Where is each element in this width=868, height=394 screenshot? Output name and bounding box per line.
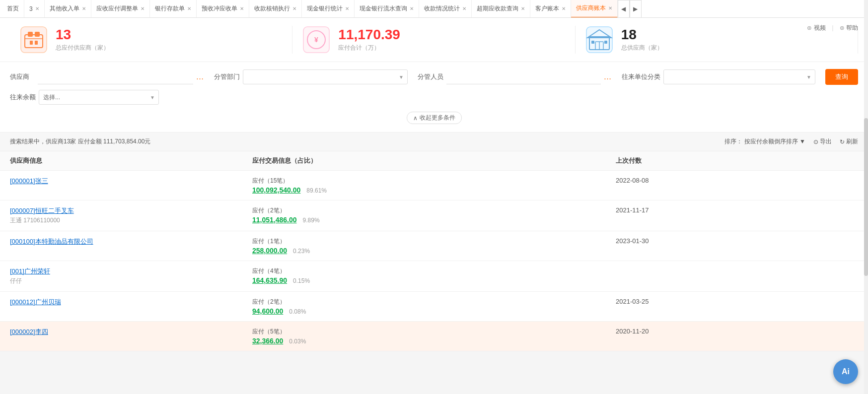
results-actions: 排序： 按应付余额倒序排序 ▼ ⊙ 导出 ↻ 刷新 (724, 137, 858, 146)
trans-amount-4[interactable]: 164,635.90 (252, 276, 287, 284)
trans-row-2: 11,051,486.00 9.89% (252, 215, 616, 224)
filter-row-1: 供应商 … 分管部门 ▼ 分管人员 … 往来单位分类 ▼ 查询 (10, 69, 858, 85)
nav-tab-customer-account-close[interactable]: ✕ (562, 6, 566, 11)
svg-rect-16 (604, 41, 607, 44)
trans-amount-2[interactable]: 11,051,486.00 (252, 216, 297, 224)
nav-tab-supplier-account-close[interactable]: ✕ (608, 5, 612, 11)
trans-label-1: 应付（15笔） (252, 177, 616, 185)
nav-next-arrow[interactable]: ▶ (630, 0, 642, 18)
unit-category-select[interactable] (663, 69, 816, 84)
supplier-input[interactable] (38, 69, 193, 84)
nav-tab-home[interactable]: 首页 (2, 0, 24, 18)
supplier-info-cell-3: [000100]本特勤油品有限公司 (10, 237, 252, 246)
collapse-up-icon: ∧ (413, 115, 418, 122)
table-header: 供应商信息 应付交易信息（占比） 上次付数 (0, 151, 868, 171)
stat-payable-suppliers: 13 总应付供应商（家） (10, 26, 292, 54)
nav-tab-collect-stat-close[interactable]: ✕ (462, 6, 466, 11)
nav-tab-advance-collect[interactable]: 预收冲应收单 ✕ (197, 0, 249, 18)
nav-tab-supplier-account[interactable]: 供应商账本 ✕ (571, 0, 618, 18)
last-pay-date-3: 2023-01-30 (616, 237, 649, 245)
dept-select-wrapper: ▼ (243, 69, 408, 84)
filter-unit-category-label: 往来单位分类 (622, 72, 660, 81)
last-pay-date-1: 2022-08-08 (616, 177, 649, 184)
trans-label-4: 应付（4笔） (252, 267, 616, 275)
unit-category-select-wrapper: ▼ (663, 69, 816, 84)
collapse-button[interactable]: ∧ 收起更多条件 (407, 112, 462, 124)
nav-tab-other-income-close[interactable]: ✕ (82, 6, 86, 11)
nav-tab-cash-bank-flow-close[interactable]: ✕ (410, 6, 414, 11)
nav-tab-collect-verify[interactable]: 收款核销执行 ✕ (249, 0, 302, 18)
trans-row-6: 32,366.00 0.03% (252, 336, 616, 345)
filter-dept: 分管部门 ▼ (214, 69, 408, 84)
nav-tab-ap-adjust[interactable]: 应收应付调整单 ✕ (91, 0, 150, 18)
supplier-link-guangzhourongxuan[interactable]: [001]广州荣轩 (10, 267, 252, 276)
trans-amount-6[interactable]: 32,366.00 (252, 337, 283, 345)
top-navigation: 首页 3 ✕ 其他收入单 ✕ 应收应付调整单 ✕ 银行存款单 ✕ 预收冲应收单 … (0, 0, 868, 18)
trans-percent-6: 0.03% (289, 338, 306, 345)
trans-row-4: 164,635.90 0.15% (252, 275, 616, 284)
nav-tab-overdue-collect-close[interactable]: ✕ (521, 6, 525, 11)
filter-person: 分管人员 … (418, 69, 612, 84)
export-button[interactable]: ⊙ 导出 (813, 137, 832, 146)
nav-tab-overdue-collect-label: 超期应收款查询 (477, 4, 518, 13)
supplier-link-guangzhoubeirui[interactable]: [000012]广州贝瑞 (10, 298, 252, 307)
nav-tab-3[interactable]: 3 ✕ (24, 0, 45, 18)
refresh-icon: ↻ (840, 138, 845, 145)
nav-tab-cash-bank-stat[interactable]: 现金银行统计 ✕ (302, 0, 355, 18)
filter-row-2: 往来余额 选择... ▼ (10, 90, 858, 105)
search-button[interactable]: 查询 (825, 69, 858, 85)
supplier-info-cell-5: [000012]广州贝瑞 (10, 298, 252, 307)
supplier-link-hengwang[interactable]: [000007]恒旺二手叉车 (10, 206, 252, 215)
nav-tab-advance-collect-close[interactable]: ✕ (240, 6, 244, 11)
video-link[interactable]: ⊙ 视频 (807, 24, 825, 32)
stat-total-suppliers-label: 总供应商（家） (621, 44, 663, 52)
nav-tab-customer-account[interactable]: 客户账本 ✕ (530, 0, 571, 18)
filter-area: 供应商 … 分管部门 ▼ 分管人员 … 往来单位分类 ▼ 查询 (0, 62, 868, 132)
supplier-info-cell-6: [000002]李四 (10, 328, 252, 336)
transaction-cell-6: 应付（5笔） 32,366.00 0.03% (252, 328, 616, 345)
lastpay-cell-1: 2022-08-08 (616, 177, 858, 184)
trans-label-2: 应付（2笔） (252, 206, 616, 215)
nav-tab-other-income[interactable]: 其他收入单 ✕ (45, 0, 91, 18)
dept-select[interactable] (243, 69, 408, 84)
nav-tab-cash-bank-flow-label: 现金银行流水查询 (360, 4, 407, 13)
header-actions: ⊙ 视频 ｜ ⊙ 帮助 (807, 24, 858, 32)
payable-total-icon: ¥ (302, 26, 330, 54)
trans-row-3: 258,000.00 0.23% (252, 246, 616, 255)
transaction-cell: 应付（15笔） 100,092,540.00 89.61% (252, 177, 616, 194)
balance-select[interactable]: 选择... (39, 90, 159, 105)
nav-tab-bank-deposit[interactable]: 银行存款单 ✕ (150, 0, 197, 18)
trans-amount-5[interactable]: 94,600.00 (252, 307, 283, 315)
supplier-link-bente[interactable]: [000100]本特勤油品有限公司 (10, 237, 252, 246)
nav-tab-ap-adjust-label: 应收应付调整单 (96, 4, 138, 13)
nav-tab-cash-bank-flow[interactable]: 现金银行流水查询 ✕ (355, 0, 419, 18)
table-row: [000001]张三 应付（15笔） 100,092,540.00 89.61%… (0, 171, 868, 200)
supplier-icon-svg (20, 26, 48, 54)
table-row: [000007]恒旺二手叉车 王通 17106110000 应付（2笔） 11,… (0, 200, 868, 231)
sort-option[interactable]: 按应付余额倒序排序 ▼ (744, 138, 805, 145)
trans-amount-3[interactable]: 258,000.00 (252, 247, 287, 255)
nav-tab-bank-deposit-close[interactable]: ✕ (187, 6, 191, 11)
supplier-dots-button[interactable]: … (196, 72, 204, 81)
help-link[interactable]: ⊙ 帮助 (840, 24, 858, 32)
nav-tab-other-income-label: 其他收入单 (50, 4, 79, 13)
supplier-link-zhangsan[interactable]: [000001]张三 (10, 177, 252, 186)
nav-tab-collect-verify-close[interactable]: ✕ (292, 6, 296, 11)
scrollbar-track[interactable] (864, 0, 868, 351)
nav-tab-overdue-collect[interactable]: 超期应收款查询 ✕ (472, 0, 530, 18)
nav-tab-collect-stat[interactable]: 收款情况统计 ✕ (419, 0, 472, 18)
scrollbar-thumb[interactable] (864, 118, 868, 276)
nav-tab-ap-adjust-close[interactable]: ✕ (141, 6, 145, 11)
nav-tab-cash-bank-stat-close[interactable]: ✕ (345, 6, 349, 11)
person-input[interactable] (446, 69, 601, 84)
supplier-info-cell-2: [000007]恒旺二手叉车 王通 17106110000 (10, 206, 252, 225)
refresh-button[interactable]: ↻ 刷新 (840, 137, 858, 146)
video-link-label: 视频 (814, 24, 826, 31)
person-dots-button[interactable]: … (604, 72, 612, 81)
nav-prev-arrow[interactable]: ◀ (618, 0, 630, 18)
trans-amount-1[interactable]: 100,092,540.00 (252, 186, 300, 194)
nav-tab-3-close[interactable]: ✕ (35, 6, 39, 11)
nav-tab-3-label: 3 (29, 5, 33, 12)
supplier-link-lisi[interactable]: [000002]李四 (10, 328, 252, 336)
trans-row-5: 94,600.00 0.08% (252, 306, 616, 315)
